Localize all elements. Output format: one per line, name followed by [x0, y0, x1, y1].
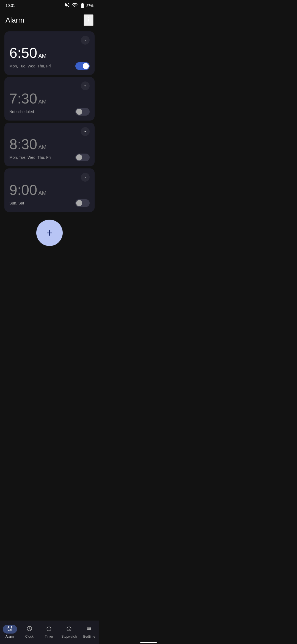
alarm-card-3[interactable]: 8:30 AM Mon, Tue, Wed, Thu, Fri — [4, 123, 95, 166]
alarm-2-toggle[interactable] — [75, 108, 90, 116]
alarm-2-ampm: AM — [38, 99, 46, 105]
alarm-2-expand-button[interactable] — [81, 81, 90, 90]
alarm-1-expand-button[interactable] — [81, 36, 90, 45]
alarm-1-footer: Mon, Tue, Wed, Thu, Fri — [9, 62, 90, 70]
alarm-1-ampm: AM — [38, 53, 46, 59]
alarm-4-toggle[interactable] — [75, 199, 90, 207]
alarm-card-1[interactable]: 6:50 AM Mon, Tue, Wed, Thu, Fri — [4, 31, 95, 75]
alarm-3-days: Mon, Tue, Wed, Thu, Fri — [9, 155, 51, 160]
status-icons: 87% — [64, 2, 94, 9]
alarm-2-footer: Not scheduled — [9, 108, 90, 116]
alarm-2-time: 7:30 — [9, 91, 37, 106]
status-time: 10:31 — [6, 3, 15, 8]
alarms-list: 6:50 AM Mon, Tue, Wed, Thu, Fri — [0, 31, 99, 212]
alarm-3-expand-button[interactable] — [81, 127, 90, 136]
alarm-3-toggle[interactable] — [75, 154, 90, 161]
alarm-1-time-row: 6:50 AM — [9, 46, 90, 60]
alarm-3-ampm: AM — [38, 144, 46, 151]
battery-status: 87% — [79, 2, 94, 9]
alarm-4-expand-button[interactable] — [81, 173, 90, 182]
alarm-card-2[interactable]: 7:30 AM Not scheduled — [4, 77, 95, 121]
alarm-card-4[interactable]: 9:00 AM Sun, Sat — [4, 168, 95, 212]
fab-container: + — [0, 212, 99, 252]
alarm-4-days: Sun, Sat — [9, 201, 24, 205]
status-bar: 10:31 87% — [0, 0, 99, 10]
add-alarm-button[interactable]: + — [36, 220, 63, 246]
battery-percentage: 87% — [86, 4, 94, 8]
alarm-3-time: 8:30 — [9, 137, 37, 151]
alarm-1-days: Mon, Tue, Wed, Thu, Fri — [9, 64, 51, 68]
alarm-2-days: Not scheduled — [9, 110, 34, 114]
alarm-4-ampm: AM — [38, 190, 46, 196]
alarm-4-time: 9:00 — [9, 183, 37, 197]
alarm-1-toggle[interactable] — [75, 62, 90, 70]
alarm-1-time: 6:50 — [9, 46, 37, 60]
alarm-4-footer: Sun, Sat — [9, 199, 90, 207]
wifi-icon — [72, 2, 78, 9]
alarm-3-footer: Mon, Tue, Wed, Thu, Fri — [9, 154, 90, 161]
mute-icon — [64, 2, 70, 9]
alarm-4-time-row: 9:00 AM — [9, 183, 90, 197]
alarm-3-time-row: 8:30 AM — [9, 137, 90, 151]
app-header: Alarm — [0, 10, 99, 31]
page-title: Alarm — [6, 16, 24, 24]
more-menu-button[interactable] — [84, 14, 94, 26]
alarm-2-time-row: 7:30 AM — [9, 91, 90, 106]
